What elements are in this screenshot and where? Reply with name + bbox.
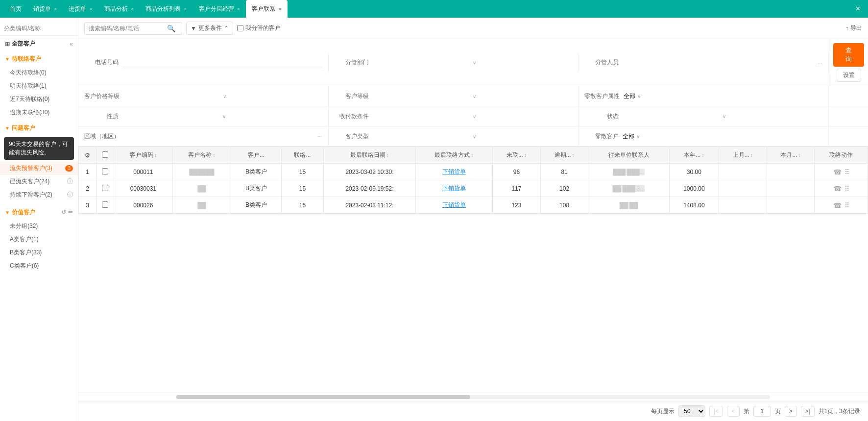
row-select-checkbox[interactable] <box>102 185 108 191</box>
more-actions-icon[interactable]: ⠿ <box>844 201 849 209</box>
row-select-checkbox[interactable] <box>102 201 108 208</box>
search-button[interactable]: 🔍 <box>167 25 175 32</box>
th-related-contact: 往来单位联系人 <box>588 147 669 164</box>
sidebar: 🔍 ⊞ 全部客户 « ▼ 待联络客户 今天待联络(0) 明天待联络(1) 近7 <box>0 18 78 421</box>
status-select[interactable]: ∨ <box>623 114 822 119</box>
table-container: ⚙ 客户编码↕ 客户名称↕ 客户... 联络... 最后联络日期↕ 最后联络方式… <box>78 147 868 393</box>
export-button[interactable]: ↑ 导出 <box>845 24 862 32</box>
dept-select[interactable]: ∨ <box>373 60 573 65</box>
row-related-contact: ██ ███ 3... <box>588 180 669 197</box>
sidebar-search-input[interactable] <box>4 25 77 32</box>
my-customers-checkbox[interactable] <box>237 25 243 31</box>
row-checkbox[interactable] <box>96 197 114 214</box>
chevron-down-icon: ∨ <box>473 60 573 65</box>
more-actions-icon[interactable]: ⠿ <box>844 185 849 193</box>
close-icon[interactable]: × <box>237 6 240 12</box>
export-icon: ↑ <box>845 25 848 32</box>
tab-purchase-order[interactable]: 进货单 × <box>63 0 98 18</box>
sidebar-item-churned[interactable]: 已流失客户(24) ⓘ <box>0 175 78 188</box>
sidebar-group-title-value[interactable]: ▼ 价值客户 ↺ ✏ <box>0 205 78 220</box>
edit-icon[interactable]: ✏ <box>68 209 73 216</box>
th-checkbox[interactable] <box>96 147 114 164</box>
tab-product-list[interactable]: 商品分析列表 × <box>140 0 193 18</box>
phone-input[interactable] <box>122 58 322 67</box>
contact-icon[interactable]: ☎ <box>833 201 842 209</box>
more-actions-icon[interactable]: ⠿ <box>844 168 849 176</box>
more-icon[interactable]: ··· <box>818 59 822 66</box>
tab-customer-segment[interactable]: 客户分层经营 × <box>193 0 246 18</box>
chevron-icon: ⌃ <box>224 25 229 32</box>
filter-row-2: 客户价格等级 ∨ 客户等级 ∨ 零散客户属性 全部 <box>78 86 868 106</box>
chevron-down-icon: ∨ <box>473 134 573 139</box>
more-conditions-button[interactable]: ▼ 更多条件 ⌃ <box>186 22 233 35</box>
close-icon[interactable]: × <box>184 6 187 12</box>
scroll-track <box>176 395 770 399</box>
payment-select[interactable]: ∨ <box>373 114 573 119</box>
zero-customer-select[interactable]: ∨ <box>636 134 822 139</box>
row-last-month <box>719 164 767 180</box>
sidebar-item-class-b[interactable]: B类客户(33) <box>0 246 78 259</box>
toolbar: 🔍 ▼ 更多条件 ⌃ 我分管的客户 ↑ 导出 <box>78 18 868 39</box>
row-checkbox[interactable] <box>96 180 114 197</box>
price-level-select[interactable]: ∨ <box>123 94 322 99</box>
row-select-checkbox[interactable] <box>102 168 108 174</box>
tooltip-churn-warning: 90天未交易的客户，可能有流失风险。 <box>4 137 74 160</box>
sidebar-item-class-a[interactable]: A类客户(1) <box>0 233 78 246</box>
sidebar-item-tomorrow[interactable]: 明天待联络(1) <box>0 79 78 93</box>
settings-button[interactable]: 设置 <box>837 69 861 82</box>
last-page-button[interactable]: >| <box>801 406 815 417</box>
gender-select[interactable]: ∨ <box>122 114 322 119</box>
sidebar-item-today[interactable]: 今天待联络(0) <box>0 66 78 79</box>
close-icon[interactable]: × <box>131 6 134 12</box>
more-icon[interactable]: ··· <box>317 133 322 140</box>
filter-price-level: 客户价格等级 ∨ <box>78 86 329 106</box>
sidebar-item-declining[interactable]: 持续下滑客户(2) ⓘ <box>0 188 78 201</box>
contact-icon[interactable]: ☎ <box>833 168 842 176</box>
collapse-icon[interactable]: « <box>70 41 73 48</box>
tab-customer-contact[interactable]: 客户联系 × <box>246 0 287 18</box>
horizontal-scrollbar[interactable] <box>78 393 868 401</box>
per-page-select[interactable]: 50 100 200 <box>678 405 705 417</box>
row-this-year: 1408.00 <box>669 197 719 214</box>
sidebar-group-title-pending[interactable]: ▼ 待联络客户 <box>0 52 78 66</box>
tab-home[interactable]: 首页 <box>4 0 27 18</box>
my-customers-checkbox-label[interactable]: 我分管的客户 <box>237 24 281 32</box>
row-checkbox[interactable] <box>96 164 114 180</box>
sidebar-item-overdue[interactable]: 逾期未联络(30) <box>0 106 78 119</box>
scroll-thumb[interactable] <box>176 395 470 399</box>
tab-sales-order[interactable]: 销货单 × <box>27 0 63 18</box>
close-icon[interactable]: × <box>89 6 92 12</box>
row-num: 2 <box>79 180 96 197</box>
zero-attr-select[interactable]: ∨ <box>637 94 822 99</box>
sidebar-item-class-c[interactable]: C类客户(6) <box>0 259 78 272</box>
sidebar-item-7days[interactable]: 近7天待联络(0) <box>0 93 78 106</box>
filter-customer-level: 客户等级 ∨ <box>329 86 579 106</box>
chevron-down-icon: ∨ <box>473 114 573 119</box>
sidebar-all-customers[interactable]: ⊞ 全部客户 « <box>0 36 78 52</box>
next-page-button[interactable]: > <box>785 406 797 417</box>
sidebar-item-ungroup[interactable]: 未分组(32) <box>0 220 78 233</box>
arrow-icon: ▼ <box>5 56 10 62</box>
sidebar-item-churn-warning[interactable]: 流失预警客户(3) 3 <box>0 162 78 175</box>
close-icon[interactable]: × <box>54 6 57 12</box>
arrow-icon: ▼ <box>5 125 10 131</box>
sidebar-group-title-problem[interactable]: ▼ 问题客户 <box>0 121 78 135</box>
th-settings[interactable]: ⚙ <box>79 147 96 164</box>
row-uncontacted: 96 <box>493 164 541 180</box>
close-icon[interactable]: × <box>278 6 281 12</box>
customer-type-select[interactable]: ∨ <box>373 134 573 139</box>
select-all-checkbox[interactable] <box>102 151 108 158</box>
main-layout: 🔍 ⊞ 全部客户 « ▼ 待联络客户 今天待联络(0) 明天待联络(1) 近7 <box>0 18 868 421</box>
refresh-icon[interactable]: ↺ <box>61 209 66 216</box>
customer-level-select[interactable]: ∨ <box>373 94 573 99</box>
chevron-down-icon: ∨ <box>723 114 822 119</box>
tab-product-analysis[interactable]: 商品分析 × <box>98 0 140 18</box>
first-page-button[interactable]: |< <box>709 406 723 417</box>
contact-icon[interactable]: ☎ <box>833 185 842 193</box>
query-button[interactable]: 查询 <box>833 43 864 67</box>
filter-phone: 电话号码 <box>78 53 329 73</box>
window-close-button[interactable]: × <box>852 4 864 13</box>
page-input[interactable] <box>753 406 771 417</box>
prev-page-button[interactable]: < <box>727 406 739 417</box>
search-input[interactable] <box>89 25 167 32</box>
